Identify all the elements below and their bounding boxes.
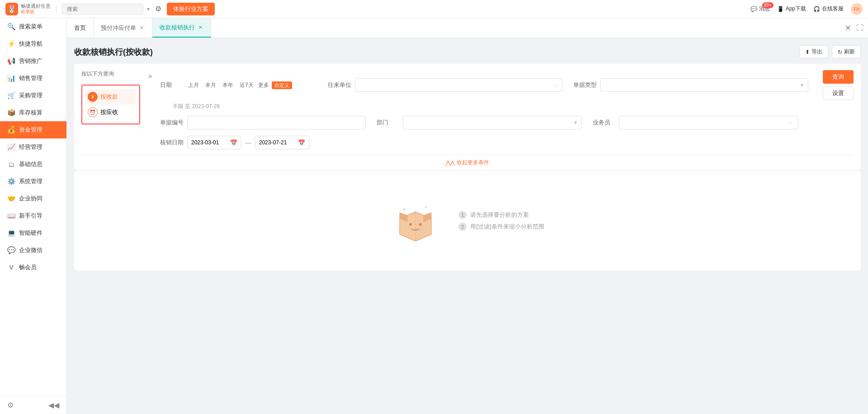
counterparty-field: 往来单位 ··· — [328, 78, 563, 92]
query-button[interactable]: 查询 — [823, 70, 854, 84]
page-actions: ⬆ 导出 ↻ 刷新 — [799, 45, 861, 58]
logo-icon: 🐰 — [5, 3, 18, 15]
export-button[interactable]: ⬆ 导出 — [799, 45, 828, 58]
filter-row-3: 核销日期 2023-03-01 📅 — 2023-07-21 📅 — [160, 136, 854, 149]
close-all-tabs-button[interactable]: ✕ — [844, 23, 852, 33]
search-input[interactable] — [62, 4, 143, 14]
topbar: 🐰 畅捷通好生意 标准版 ▾ ⚙ 体验行业方案 💬 消息 99+ 📱 App下载… — [0, 0, 868, 18]
tab-home[interactable]: 首页 — [67, 18, 94, 38]
sidebar-item-finance[interactable]: 💰 资金管理 — [0, 121, 66, 138]
sidebar-item-enterprise[interactable]: 🤝 企业协同 — [0, 190, 66, 207]
verify-date-from-input[interactable]: 2023-03-01 📅 — [187, 136, 241, 149]
staff-input[interactable]: ··· — [619, 116, 798, 129]
tabs-bar: 首页 预付冲应付单 ✕ 收款核销执行 ✕ ✕ ⛶ — [67, 18, 868, 38]
refresh-icon: ↻ — [838, 49, 842, 55]
sidebar-settings-icon[interactable]: ⚙ — [7, 401, 14, 409]
hint-num-2: 2 — [458, 223, 467, 231]
settings-button[interactable]: 设置 — [823, 86, 854, 100]
sidebar-item-management[interactable]: 📈 经营管理 — [0, 138, 66, 156]
date-custom-badge[interactable]: 自定义 — [272, 81, 292, 89]
finance-icon: 💰 — [7, 126, 15, 134]
sidebar-label-vip: 畅会员 — [19, 263, 37, 271]
sidebar-label-system: 系统管理 — [19, 177, 42, 186]
doc-type-select[interactable]: ▾ — [600, 78, 808, 92]
dept-select[interactable]: ▾ — [403, 116, 582, 129]
doc-type-field: 单据类型 ▾ — [573, 78, 808, 92]
calendar-to-icon[interactable]: 📅 — [298, 139, 305, 146]
sidebar-label-wechat: 企业微信 — [19, 246, 42, 254]
sidebar-item-purchase[interactable]: 🛒 采购管理 — [0, 87, 66, 104]
svg-point-9 — [397, 225, 398, 226]
staff-field: 业务员 ··· — [593, 116, 798, 129]
svg-point-4 — [409, 223, 412, 226]
sidebar-item-system[interactable]: ⚙️ 系统管理 — [0, 173, 66, 190]
filter-panel: 按以下方查询 ¥ 按收款 ⏰ 按应收 — [74, 64, 861, 170]
filter-collapse-button[interactable]: » — [146, 70, 155, 156]
sidebar-item-search[interactable]: 🔍 搜索菜单 — [0, 18, 66, 35]
filter-option-by-receipt[interactable]: ¥ 按收款 — [86, 89, 136, 105]
tab-receivable[interactable]: 收款核销执行 ✕ — [152, 18, 211, 38]
refresh-button[interactable]: ↻ 刷新 — [832, 45, 861, 58]
shortcut-last-month[interactable]: 上月 — [186, 81, 201, 90]
shortcut-this-month[interactable]: 本月 — [203, 81, 218, 90]
counterparty-input[interactable]: ··· — [355, 78, 563, 92]
doc-no-label: 单据编号 — [160, 119, 184, 127]
empty-hint-2: 2 用[过滤]条件来缩小分析范围 — [458, 223, 544, 231]
export-icon: ⬆ — [805, 49, 810, 55]
sidebar-item-guide[interactable]: 📖 新手引导 — [0, 207, 66, 224]
topbar-divider — [56, 5, 57, 14]
solution-button[interactable]: 体验行业方案 — [167, 3, 215, 15]
collapse-more-button[interactable]: ⋀⋀ 收起更多条件 — [81, 155, 854, 170]
management-icon: 📈 — [7, 143, 15, 151]
logo: 🐰 畅捷通好生意 标准版 — [5, 3, 51, 15]
svg-point-8 — [430, 214, 431, 215]
verify-date-label: 核销日期 — [160, 138, 184, 147]
sidebar-label-basic-info: 基础信息 — [19, 160, 42, 168]
calendar-from-icon[interactable]: 📅 — [230, 139, 237, 146]
tab-prepay-close[interactable]: ✕ — [139, 24, 145, 31]
sidebar-item-sales[interactable]: 📊 销售管理 — [0, 70, 66, 87]
shortcut-this-year[interactable]: 本年 — [221, 81, 235, 90]
tab-receivable-close[interactable]: ✕ — [198, 24, 203, 31]
user-profile[interactable]: Rit — [851, 3, 863, 15]
sidebar-label-enterprise: 企业协同 — [19, 195, 42, 203]
sidebar-item-marketing[interactable]: 📢 营销推广 — [0, 52, 66, 70]
service-button[interactable]: 🎧 在线客服 — [813, 5, 844, 13]
counterparty-label: 往来单位 — [328, 81, 351, 89]
sidebar-item-vip[interactable]: V 畅会员 — [0, 259, 66, 276]
sidebar-item-basic-info[interactable]: 🗂 基础信息 — [0, 156, 66, 173]
filter-option-by-receivable[interactable]: ⏰ 按应收 — [86, 105, 136, 120]
avatar: Rit — [851, 3, 863, 15]
filter-options-box: ¥ 按收款 ⏰ 按应收 — [81, 85, 140, 124]
expand-tabs-button[interactable]: ⛶ — [855, 23, 864, 33]
purchase-icon: 🛒 — [7, 91, 15, 100]
basic-info-icon: 🗂 — [7, 161, 15, 168]
receivable-icon: ⏰ — [88, 107, 98, 117]
verify-date-to-input[interactable]: 2023-07-21 📅 — [255, 136, 309, 149]
doc-no-input[interactable] — [187, 116, 366, 129]
staff-label: 业务员 — [593, 119, 615, 127]
shortcut-more[interactable]: 更多 — [258, 81, 269, 89]
guide-icon: 📖 — [7, 212, 15, 220]
shortcut-7days[interactable]: 近7天 — [238, 81, 255, 90]
sidebar-label-purchase: 采购管理 — [19, 91, 42, 100]
chevron-down-icon[interactable]: ▾ — [147, 6, 150, 12]
empty-state: 1 请先选择要分析的方案 2 用[过滤]条件来缩小分析范围 — [74, 171, 861, 271]
app-download-button[interactable]: 📱 App下载 — [777, 5, 806, 13]
marketing-icon: 📢 — [7, 57, 15, 65]
sidebar-item-hardware[interactable]: 💻 智能硬件 — [0, 224, 66, 242]
sidebar: 🔍 搜索菜单 ⚡ 快捷导航 📢 营销推广 📊 销售管理 🛒 采购管理 📦 库存核… — [0, 18, 67, 414]
message-button[interactable]: 💬 消息 99+ — [750, 5, 770, 13]
sidebar-item-quicknav[interactable]: ⚡ 快捷导航 — [0, 35, 66, 52]
sidebar-label-inventory: 库存核算 — [19, 109, 42, 117]
sidebar-item-wechat[interactable]: 💬 企业微信 — [0, 242, 66, 259]
sidebar-collapse-button[interactable]: ◀◀ — [48, 401, 59, 409]
sidebar-label-marketing: 营销推广 — [19, 57, 42, 65]
doc-type-label: 单据类型 — [573, 81, 597, 89]
sidebar-item-inventory[interactable]: 📦 库存核算 — [0, 104, 66, 121]
svg-point-5 — [419, 223, 422, 226]
date-range-separator: — — [245, 139, 251, 146]
tab-prepay[interactable]: 预付冲应付单 ✕ — [94, 18, 152, 38]
content-area: 首页 预付冲应付单 ✕ 收款核销执行 ✕ ✕ ⛶ 收款核销执行(按收款) — [67, 18, 868, 414]
gear-icon[interactable]: ⚙ — [155, 5, 161, 13]
